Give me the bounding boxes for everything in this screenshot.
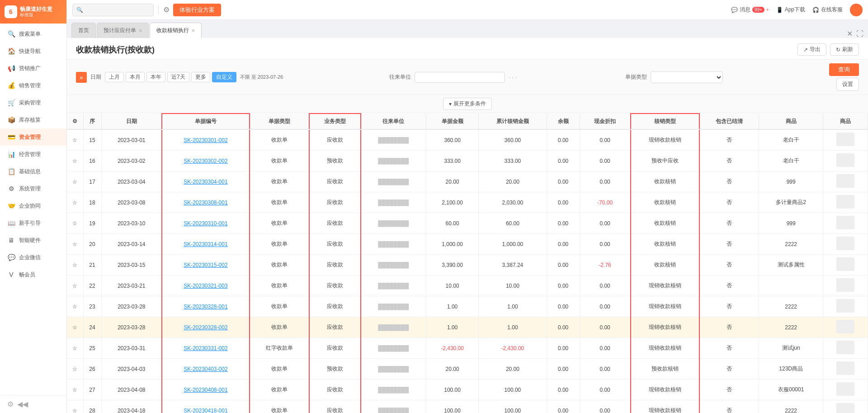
sidebar-item-collab[interactable]: 🤝 企业协同 (0, 197, 66, 214)
bill-no-link[interactable]: SK-20230304-001 (184, 179, 227, 185)
cell-bill-no[interactable]: SK-20230315-002 (162, 255, 249, 275)
online-service-item[interactable]: 🎧 在线客服 (812, 6, 843, 14)
sidebar-item-basic[interactable]: 📋 基础信息 (0, 163, 66, 180)
last-month-btn[interactable]: 上月 (105, 72, 124, 82)
gear-icon[interactable]: ⚙ (163, 5, 170, 14)
sidebar-item-inventory[interactable]: 📦 库存核算 (0, 111, 66, 128)
top-search-box[interactable]: 🔍 (72, 4, 154, 16)
notification-item[interactable]: 💬 消息 99+ + (731, 6, 769, 14)
cell-gear[interactable]: ☆ (67, 171, 83, 192)
bill-no-link[interactable]: SK-20230308-001 (184, 199, 227, 206)
bill-no-link[interactable]: SK-20230403-002 (184, 366, 227, 372)
bill-no-link[interactable]: SK-20230328-002 (184, 324, 227, 331)
cell-gear[interactable]: ☆ (67, 400, 83, 413)
cell-partner: ████████ (361, 275, 426, 296)
sidebar-item-search[interactable]: 🔍 搜索菜单 (0, 25, 66, 43)
collapse-icon[interactable]: ◀◀ (17, 400, 28, 408)
sidebar-item-member[interactable]: V 畅会员 (0, 266, 66, 283)
query-button[interactable]: 查询 (829, 63, 859, 76)
cell-no: 24 (83, 317, 101, 338)
tab-receipt-close[interactable]: × (192, 28, 195, 34)
sidebar-item-sales[interactable]: 💰 销售管理 (0, 77, 66, 94)
bill-no-link[interactable]: SK-20230331-002 (184, 345, 227, 351)
cell-gear[interactable]: ☆ (67, 234, 83, 255)
cell-bill-no[interactable]: SK-20230302-002 (162, 151, 249, 171)
filter-settings-button[interactable]: 设置 (836, 78, 859, 91)
receipt-type-select[interactable] (651, 71, 723, 83)
user-avatar[interactable] (850, 4, 863, 16)
bill-no-link[interactable]: SK-20230328-001 (184, 304, 227, 310)
sidebar-item-wechat[interactable]: 💬 企业微信 (0, 249, 66, 266)
filter-collapse-button[interactable]: » (76, 72, 87, 83)
bill-no-link[interactable]: SK-20230302-002 (184, 158, 227, 164)
tab-close-all-icon[interactable]: ✕ (847, 29, 853, 38)
bill-no-link[interactable]: SK-20230315-002 (184, 262, 227, 268)
tab-expand-icon[interactable]: ⛶ (856, 30, 863, 38)
cell-gear[interactable]: ☆ (67, 151, 83, 171)
tab-receipt-label: 收款核销执行 (156, 27, 189, 34)
bill-no-link[interactable]: SK-20230321-003 (184, 283, 227, 289)
refresh-button[interactable]: ↻ 刷新 (830, 43, 859, 56)
last7days-btn[interactable]: 近7天 (167, 72, 189, 82)
sidebar-item-shortcut[interactable]: 🏠 快捷导航 (0, 43, 66, 60)
this-year-btn[interactable]: 本年 (146, 72, 165, 82)
industry-solution-button[interactable]: 体验行业方案 (173, 4, 221, 16)
this-month-btn[interactable]: 本月 (126, 72, 145, 82)
cell-gear[interactable]: ☆ (67, 380, 83, 400)
expand-more-button[interactable]: ▾ 展开更多条件 (443, 98, 492, 110)
sidebar-item-guide[interactable]: 📖 新手引导 (0, 214, 66, 232)
cell-gear[interactable]: ☆ (67, 213, 83, 234)
cell-bill-no[interactable]: SK-20230304-001 (162, 171, 249, 192)
cell-bill-no[interactable]: SK-20230328-001 (162, 296, 249, 317)
cell-bill-no[interactable]: SK-20230321-003 (162, 275, 249, 296)
cell-balance: 0.00 (547, 338, 580, 359)
cell-no: 22 (83, 275, 101, 296)
custom-date-btn[interactable]: 自定义 (212, 72, 236, 82)
sidebar-item-purchase[interactable]: 🛒 采购管理 (0, 94, 66, 111)
tab-prepaid[interactable]: 预计应应付单 × (97, 23, 149, 38)
cell-balance: 0.00 (547, 129, 580, 151)
tab-home[interactable]: 首页 (71, 23, 96, 38)
cell-gear[interactable]: ☆ (67, 359, 83, 380)
cell-bill-amount: 60.00 (426, 213, 479, 234)
col-header-gear[interactable]: ⚙ (67, 114, 83, 129)
cell-bill-no[interactable]: SK-20230328-002 (162, 317, 249, 338)
more-date-btn[interactable]: 更多 (191, 72, 210, 82)
cell-gear[interactable]: ☆ (67, 129, 83, 151)
cell-bill-no[interactable]: SK-20230308-001 (162, 192, 249, 213)
cell-gear[interactable]: ☆ (67, 338, 83, 359)
app-download-item[interactable]: 📱 App下载 (776, 6, 805, 14)
sidebar-item-finance[interactable]: 💳 资金管理 (0, 128, 66, 146)
settings-icon[interactable]: ⚙ (7, 400, 14, 408)
cell-bill-no[interactable]: SK-20230418-001 (162, 400, 249, 413)
cell-bill-no[interactable]: SK-20230331-002 (162, 338, 249, 359)
cell-gear[interactable]: ☆ (67, 296, 83, 317)
operation-icon: 📊 (7, 150, 15, 158)
tab-prepaid-close[interactable]: × (139, 28, 142, 34)
cell-gear[interactable]: ☆ (67, 275, 83, 296)
sidebar-item-hardware[interactable]: 🖥 智能硬件 (0, 232, 66, 249)
bill-no-link[interactable]: SK-20230301-002 (184, 137, 227, 143)
export-button[interactable]: ↗ 导出 (797, 43, 826, 56)
bill-no-link[interactable]: SK-20230408-001 (184, 387, 227, 393)
partner-filter-input[interactable] (415, 72, 505, 83)
cell-bill-no[interactable]: SK-20230314-001 (162, 234, 249, 255)
tab-receipt[interactable]: 收款核销执行 × (150, 23, 202, 38)
cell-bill-no[interactable]: SK-20230408-001 (162, 380, 249, 400)
sidebar-item-system[interactable]: ⚙ 系统管理 (0, 180, 66, 197)
cell-bill-no[interactable]: SK-20230403-002 (162, 359, 249, 380)
cell-bill-no[interactable]: SK-20230301-002 (162, 129, 249, 151)
bill-no-link[interactable]: SK-20230418-001 (184, 408, 227, 413)
bill-no-link[interactable]: SK-20230310-001 (184, 220, 227, 227)
bill-no-link[interactable]: SK-20230314-001 (184, 241, 227, 247)
sidebar-item-label: 营销推广 (19, 65, 41, 72)
data-table-container: ⚙ 序 日期 单据编号 单据类型 业务类型 往来单位 单据金额 累计核销金额 余… (67, 113, 868, 413)
cell-gear[interactable]: ☆ (67, 255, 83, 275)
sidebar-item-marketing[interactable]: 📢 营销推广 (0, 60, 66, 77)
cell-total-cancel: 333.00 (479, 151, 547, 171)
cell-include-settled: 否 (699, 151, 759, 171)
sidebar-item-operation[interactable]: 📊 经营管理 (0, 146, 66, 163)
cell-gear[interactable]: ☆ (67, 317, 83, 338)
cell-gear[interactable]: ☆ (67, 192, 83, 213)
cell-bill-no[interactable]: SK-20230310-001 (162, 213, 249, 234)
